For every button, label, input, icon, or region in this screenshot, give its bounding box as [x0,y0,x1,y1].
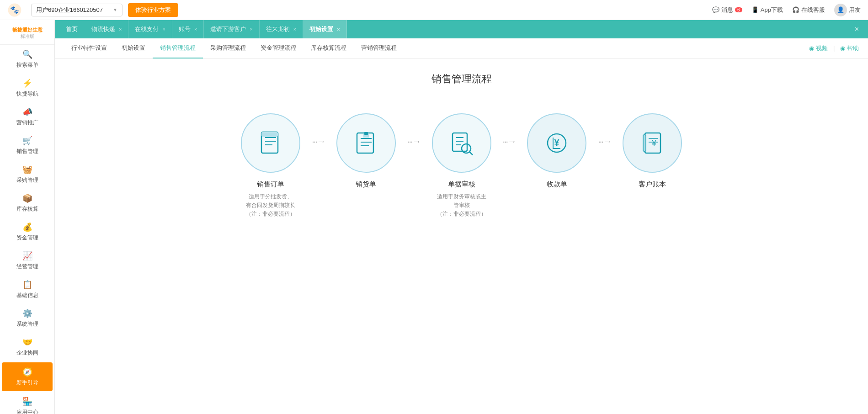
tab-logistics[interactable]: 物流快递 × [85,20,128,38]
user-avatar-button[interactable]: 👤 用友 [834,4,861,16]
sidebar-item-label: 基础信息 [16,292,38,299]
tab-invite[interactable]: 邀请下游客户 × [204,20,259,38]
tab-payment-close[interactable]: × [162,27,165,32]
messages-label: 消息 [721,6,733,14]
flow-label-receipt: 收款单 [547,180,567,189]
nav-tabs-bar: 首页 物流快递 × 在线支付 × 账号 × 邀请下游客户 × [55,20,868,38]
sidebar-item-basic[interactable]: 📋 基础信息 [0,275,54,304]
flow-desc-sales-order: 适用于分批发货、有合同发货周期较长（注：非必要流程） [246,192,295,219]
flow-desc-review: 适用于财务审核或主管审核（注：非必要流程） [437,192,486,219]
flow-step-sales-order: 销售订单 适用于分批发货、有合同发货周期较长（注：非必要流程） [229,113,312,219]
sidebar-item-coop[interactable]: 🤝 企业协同 [0,333,54,361]
flow-diagram: 销售订单 适用于分批发货、有合同发货周期较长（注：非必要流程） ···→ [73,113,850,219]
money-icon: 💰 [22,222,32,232]
clipboard-icon: 📋 [22,280,32,290]
user-name-label: 用友 [849,6,861,14]
flow-label-review: 单据审核 [448,180,475,189]
sub-tab-inventory-flow[interactable]: 库存核算流程 [304,38,354,58]
sidebar-item-label: 搜索菜单 [16,61,38,69]
sidebar-item-operation[interactable]: 📈 经营管理 [0,246,54,275]
app-container: 🐾 用户690企业1660120507 ▼ 体验行业方案 💬 消息 6 📱 Ap… [0,0,868,414]
flow-circle-sales-order[interactable] [241,113,300,173]
flow-circle-customer-ledger[interactable]: ¥ [623,113,682,173]
app-download-label: App下载 [761,6,783,14]
flow-label-delivery: 销货单 [356,180,376,189]
message-icon: 💬 [712,6,719,13]
sub-tab-actions: ◉ 视频 | ◉ 帮助 [809,44,859,53]
top-bar-right: 💬 消息 6 📱 App下载 🎧 在线客服 👤 用友 [712,4,861,16]
tab-logistics-close[interactable]: × [119,27,122,32]
svg-rect-21 [643,135,646,151]
store-icon: 🏪 [22,397,32,407]
sub-tab-init[interactable]: 初始设置 [114,38,153,58]
tab-invite-close[interactable]: × [250,27,252,32]
flow-circle-review[interactable] [432,113,491,173]
svg-line-14 [469,152,473,155]
tab-payment-label: 在线支付 [135,25,159,33]
sidebar-item-label: 资金管理 [16,234,38,242]
online-service-label: 在线客服 [801,6,825,14]
sidebar-item-label: 营销推广 [16,119,38,127]
close-all-tabs-button[interactable]: × [849,25,864,33]
sub-tab-purchase-flow[interactable]: 采购管理流程 [203,38,253,58]
receipt-icon: ¥ [543,129,570,157]
tab-account[interactable]: 账号 × [172,20,204,38]
video-link[interactable]: ◉ 视频 [809,44,828,53]
app-icon: 📱 [751,6,759,13]
sidebar-item-inventory[interactable]: 📦 库存核算 [0,189,54,218]
user-label: 用户690企业1660120507 [36,6,103,14]
sidebar-item-appstore[interactable]: 🏪 应用中心 [0,392,54,414]
trial-button[interactable]: 体验行业方案 [128,3,178,17]
sidebar-item-sales[interactable]: 🛒 销售管理 [0,131,54,160]
flow-arrow-3: ···→ [503,113,516,147]
dropdown-arrow-icon: ▼ [113,7,117,12]
sidebar-item-label: 采购管理 [16,176,38,184]
svg-text:🐾: 🐾 [10,5,19,14]
sidebar-item-system[interactable]: ⚙️ 系统管理 [0,304,54,333]
sidebar-logo-label: 畅捷通好生意 [12,27,43,33]
tab-period[interactable]: 往来期初 × [260,20,303,38]
flow-arrow-1: ···→ [312,113,325,147]
tab-init-label: 初始设置 [309,25,333,33]
tab-account-close[interactable]: × [194,27,197,32]
main-layout: 畅捷通好生意 标准版 🔍 搜索菜单 ⚡ 快捷导航 📣 营销推广 🛒 销售管理 🧺 [0,20,868,414]
sidebar-item-search[interactable]: 🔍 搜索菜单 [0,45,54,74]
app-download-button[interactable]: 📱 App下载 [751,6,783,14]
box-icon: 📦 [22,193,32,203]
logo-area: 🐾 [7,3,22,17]
sidebar-item-finance[interactable]: 💰 资金管理 [0,218,54,246]
sidebar-item-purchase[interactable]: 🧺 采购管理 [0,160,54,189]
sub-tab-industry[interactable]: 行业特性设置 [64,38,114,58]
sidebar-item-quicknav[interactable]: ⚡ 快捷导航 [0,74,54,102]
sub-tab-finance-flow[interactable]: 资金管理流程 [253,38,304,58]
flow-arrow-2: ···→ [407,113,421,147]
logo-icon: 🐾 [7,3,22,17]
sub-tab-marketing-flow[interactable]: 营销管理流程 [354,38,404,58]
messages-button[interactable]: 💬 消息 6 [712,6,742,14]
flow-circle-receipt[interactable]: ¥ [527,113,586,173]
svg-rect-11 [364,132,368,135]
tab-init[interactable]: 初始设置 × [303,20,346,38]
tab-invite-label: 邀请下游客户 [210,25,246,33]
tab-period-close[interactable]: × [293,27,296,32]
sidebar-item-guide[interactable]: 🧭 新手引导 [2,362,53,391]
avatar: 👤 [834,4,847,16]
sidebar-item-marketing[interactable]: 📣 营销推广 [0,102,54,131]
tab-payment[interactable]: 在线支付 × [128,20,172,38]
compass-icon: 🧭 [22,367,32,377]
sidebar-logo: 畅捷通好生意 标准版 [0,20,54,45]
flow-label-customer-ledger: 客户账本 [639,180,666,189]
flow-circle-delivery[interactable] [336,113,396,173]
sub-tab-sales-flow[interactable]: 销售管理流程 [153,38,203,58]
help-link[interactable]: ◉ 帮助 [840,44,859,53]
flow-step-receipt: ¥ 收款单 [516,113,598,192]
sub-tabs: 行业特性设置 初始设置 销售管理流程 采购管理流程 资金管理流程 库存核算流程 … [55,38,868,58]
online-service-button[interactable]: 🎧 在线客服 [792,6,825,14]
sidebar-item-label: 系统管理 [16,320,38,328]
tab-init-close[interactable]: × [337,27,340,32]
sidebar-item-label: 库存核算 [16,205,38,213]
lightning-icon: ⚡ [22,78,32,88]
user-selector[interactable]: 用户690企业1660120507 ▼ [31,4,122,16]
tab-home[interactable]: 首页 [59,20,85,38]
flow-arrow-4: ···→ [598,113,611,147]
